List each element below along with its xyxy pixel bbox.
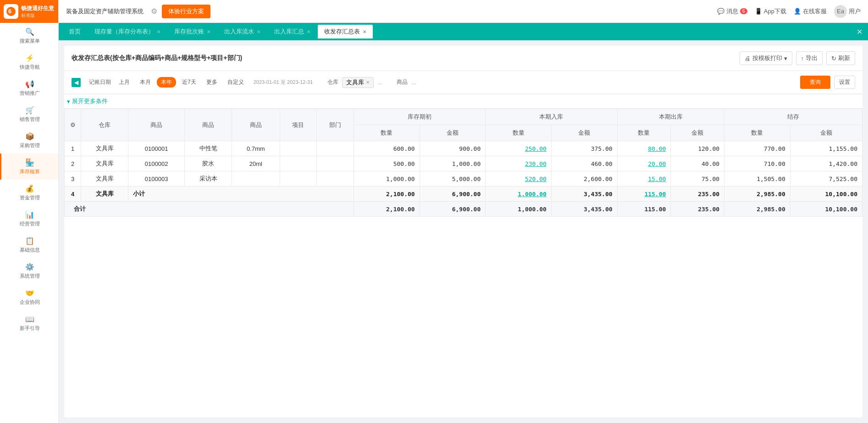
tab-close-recv-summary[interactable]: ✕ [363, 29, 366, 34]
warehouse-more[interactable]: ... [377, 79, 382, 86]
date-btn-本月[interactable]: 本月 [136, 77, 155, 88]
sidebar-label-search: 搜索菜单 [20, 38, 40, 44]
chevron-down-icon: ▾ [784, 55, 787, 62]
subtotal-row: 4 文具库 小计 2,100.00 6,900.00 1,000.00 3,43… [65, 187, 862, 202]
sidebar-item-guide[interactable]: 📖 新手引导 [0, 310, 58, 336]
date-btn-近7天[interactable]: 近7天 [178, 77, 200, 88]
tab-close-main[interactable]: ✕ [857, 27, 862, 36]
online-service-action[interactable]: 👤 在线客服 [794, 7, 827, 16]
message-action[interactable]: 💬 消息 6 [717, 7, 747, 16]
goods-more[interactable]: ... [411, 79, 416, 86]
sidebar-label-quick-nav: 快捷导航 [20, 64, 40, 71]
table-wrap: ⚙ 仓库 商品 商品 商品 项目 部门 库存期初 本期入库 本期出库 结存 [64, 109, 862, 217]
sidebar-item-sales[interactable]: 🛒 销售管理 [0, 101, 58, 127]
sub-close-qty: 2,985.00 [724, 187, 791, 202]
total-in-amt: 3,435.00 [551, 202, 617, 217]
tab-label-recv-summary: 收发存汇总表 [324, 27, 360, 36]
th-open-amt: 金额 [420, 125, 486, 141]
total-in-qty: 1,000.00 [486, 202, 552, 217]
sidebar-item-collab[interactable]: 🤝 企业协同 [0, 284, 58, 310]
query-btn[interactable]: 查询 [800, 76, 830, 89]
settings-btn[interactable]: ⚙ [151, 7, 157, 16]
row-out-qty[interactable]: 80.00 [617, 141, 671, 156]
sidebar-item-basic[interactable]: 📋 基础信息 [0, 232, 58, 258]
print-btn[interactable]: 🖨 按模板打印 ▾ [740, 51, 792, 65]
logo-icon: 6 [4, 4, 18, 19]
total-open-qty: 2,100.00 [354, 202, 420, 217]
th-out: 本期出库 [617, 109, 724, 125]
filter-bar: ◀ 记账日期 上月本月本年近7天更多自定义 2023-01-01 至 2023-… [64, 71, 862, 94]
row-open-amt: 5,000.00 [420, 171, 486, 187]
sales-icon: 🛒 [25, 106, 34, 115]
date-btn-自定义[interactable]: 自定义 [223, 77, 248, 88]
sub-in-qty[interactable]: 1,000.00 [486, 187, 552, 202]
expand-row: ▾ 展开更多条件 [64, 94, 862, 109]
tab-label-stock-dist: 现存量（库存分布表） [94, 27, 154, 36]
row-close-qty: 710.00 [724, 156, 791, 171]
tab-close-batch[interactable]: ✕ [207, 29, 210, 34]
message-badge: 6 [740, 8, 747, 14]
try-industry-btn[interactable]: 体验行业方案 [162, 5, 210, 18]
sidebar-label-finance: 资金管理 [20, 194, 40, 201]
user-action[interactable]: Ea 用户 [834, 5, 861, 18]
th-opening: 库存期初 [354, 109, 485, 125]
tab-batch[interactable]: 库存批次账✕ [168, 25, 217, 38]
row-spec: 20ml [232, 156, 280, 171]
app-download-action[interactable]: 📱 App下载 [755, 7, 786, 16]
total-out-amt: 235.00 [671, 202, 724, 217]
row-code: 0100002 [128, 156, 185, 171]
row-out-qty[interactable]: 15.00 [617, 171, 671, 187]
sidebar: 6 畅捷通好生意 标准版 🔍 搜索菜单 ⚡ 快捷导航 📢 营销推广 🛒 销售管理… [0, 0, 59, 423]
data-table: ⚙ 仓库 商品 商品 商品 项目 部门 库存期初 本期入库 本期出库 结存 [64, 109, 862, 217]
row-out-qty[interactable]: 20.00 [617, 156, 671, 171]
tab-inout-summary[interactable]: 出入库汇总✕ [268, 25, 317, 38]
goods-filter-section: 商品 ... [397, 78, 416, 86]
row-in-qty[interactable]: 520.00 [486, 171, 552, 187]
total-open-amt: 6,900.00 [420, 202, 486, 217]
date-btn-本年[interactable]: 本年 [157, 77, 176, 88]
sidebar-item-finance[interactable]: 💰 资金管理 [0, 180, 58, 206]
tab-close-stock-dist[interactable]: ✕ [157, 29, 160, 34]
sub-in-amt: 3,435.00 [551, 187, 617, 202]
stock-icon: 🏪 [25, 158, 34, 167]
tab-home[interactable]: 首页 [62, 25, 87, 38]
basic-icon: 📋 [25, 236, 34, 245]
total-close-amt: 10,100.00 [790, 202, 862, 217]
tab-stock-dist[interactable]: 现存量（库存分布表）✕ [88, 25, 167, 38]
sidebar-item-stock[interactable]: 🏪 库存核算 [0, 154, 58, 180]
tab-close-inout-flow[interactable]: ✕ [257, 29, 260, 34]
sidebar-item-purchase[interactable]: 📦 采购管理 [0, 127, 58, 154]
date-btn-更多[interactable]: 更多 [202, 77, 221, 88]
export-btn[interactable]: ↑ 导出 [796, 51, 823, 65]
sidebar-item-search[interactable]: 🔍 搜索菜单 [0, 23, 58, 49]
row-code: 0100001 [128, 141, 185, 156]
table-row: 2 文具库 0100002 胶水 20ml 500.00 1,000.00 23… [65, 156, 862, 171]
sidebar-item-ops[interactable]: 📊 经营管理 [0, 206, 58, 232]
collapse-btn[interactable]: ◀ [72, 78, 81, 87]
row-project [280, 141, 317, 156]
header-actions: 💬 消息 6 📱 App下载 👤 在线客服 Ea 用户 [717, 5, 861, 18]
th-settings[interactable]: ⚙ [65, 109, 81, 141]
sidebar-item-system[interactable]: ⚙️ 系统管理 [0, 258, 58, 284]
warehouse-tag-close[interactable]: ✕ [366, 80, 370, 85]
tab-recv-summary[interactable]: 收发存汇总表✕ [318, 25, 373, 38]
tab-label-inout-summary: 出入库汇总 [274, 27, 304, 36]
row-code: 0100003 [128, 171, 185, 187]
expand-btn[interactable]: ▾ 展开更多条件 [67, 97, 860, 105]
sidebar-item-marketing[interactable]: 📢 营销推广 [0, 75, 58, 101]
th-in-amt: 金额 [551, 125, 617, 141]
row-in-qty[interactable]: 230.00 [486, 156, 552, 171]
sub-out-qty[interactable]: 115.00 [617, 187, 671, 202]
tab-close-inout-summary[interactable]: ✕ [307, 29, 310, 34]
sidebar-label-purchase: 采购管理 [20, 142, 40, 149]
row-spec [232, 171, 280, 187]
sidebar-item-quick-nav[interactable]: ⚡ 快捷导航 [0, 49, 58, 75]
settings-panel-btn[interactable]: 设置 [834, 76, 855, 89]
refresh-btn[interactable]: ↻ 刷新 [826, 51, 855, 65]
date-filter-section: 记账日期 上月本月本年近7天更多自定义 2023-01-01 至 2023-12… [89, 77, 313, 88]
table-row: 1 文具库 0100001 中性笔 0.7mm 600.00 900.00 25… [65, 141, 862, 156]
warehouse-tag[interactable]: 文具库 ✕ [342, 77, 374, 88]
date-btn-上月[interactable]: 上月 [115, 77, 134, 88]
row-in-qty[interactable]: 250.00 [486, 141, 552, 156]
tab-inout-flow[interactable]: 出入库流水✕ [218, 25, 267, 38]
